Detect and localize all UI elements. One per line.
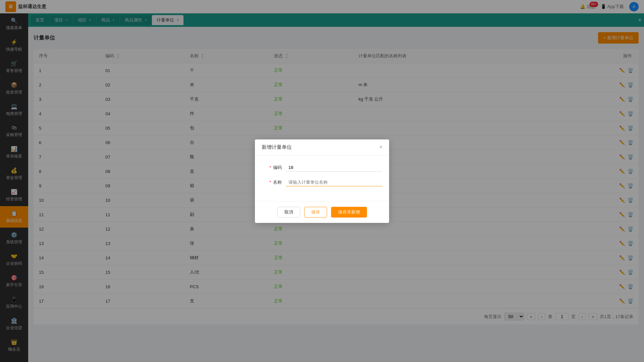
- code-input[interactable]: [286, 164, 382, 172]
- modal-overlay: 新增计量单位 × * 编码 * 名称 取消 保存 保存并新增: [0, 0, 644, 362]
- modal-close-button[interactable]: ×: [379, 144, 382, 150]
- modal-header: 新增计量单位 ×: [255, 139, 389, 156]
- name-label: * 名称: [262, 179, 282, 185]
- modal-footer: 取消 保存 保存并新增: [255, 201, 389, 223]
- modal-title: 新增计量单位: [262, 144, 292, 150]
- code-form-row: * 编码: [262, 164, 382, 172]
- save-button[interactable]: 保存: [304, 207, 327, 218]
- name-form-row: * 名称: [262, 178, 382, 186]
- save-and-add-button[interactable]: 保存并新增: [331, 207, 367, 218]
- code-required-star: *: [269, 165, 271, 170]
- name-input[interactable]: [286, 178, 382, 186]
- add-unit-modal: 新增计量单位 × * 编码 * 名称 取消 保存 保存并新增: [255, 139, 389, 223]
- code-label: * 编码: [262, 165, 282, 171]
- modal-body: * 编码 * 名称: [255, 156, 389, 201]
- cancel-button[interactable]: 取消: [277, 207, 300, 218]
- name-required-star: *: [269, 180, 271, 185]
